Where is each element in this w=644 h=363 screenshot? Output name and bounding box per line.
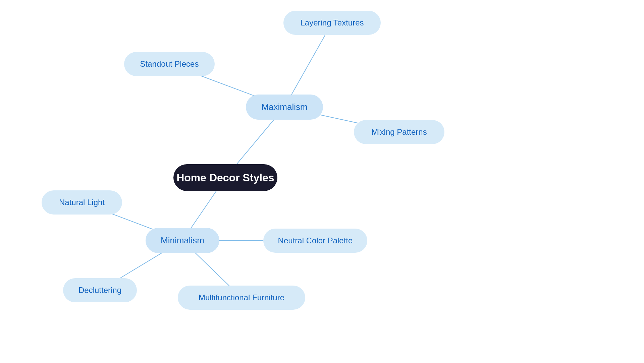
decluttering-label: Decluttering xyxy=(78,286,121,295)
natural-light-node[interactable]: Natural Light xyxy=(42,190,122,215)
standout-pieces-label: Standout Pieces xyxy=(140,59,199,69)
natural-light-label: Natural Light xyxy=(59,198,105,207)
central-node-label: Home Decor Styles xyxy=(176,172,274,184)
layering-textures-node[interactable]: Layering Textures xyxy=(283,11,381,35)
layering-textures-label: Layering Textures xyxy=(301,18,364,27)
maximalism-label: Maximalism xyxy=(261,102,307,112)
mixing-patterns-label: Mixing Patterns xyxy=(371,127,427,137)
central-node[interactable]: Home Decor Styles xyxy=(173,164,277,191)
standout-pieces-node[interactable]: Standout Pieces xyxy=(124,52,215,76)
neutral-color-palette-label: Neutral Color Palette xyxy=(278,236,353,245)
maximalism-node[interactable]: Maximalism xyxy=(246,95,323,120)
multifunctional-furniture-label: Multifunctional Furniture xyxy=(199,293,284,302)
mixing-patterns-node[interactable]: Mixing Patterns xyxy=(354,120,444,144)
minimalism-label: Minimalism xyxy=(161,235,204,246)
neutral-color-palette-node[interactable]: Neutral Color Palette xyxy=(263,229,367,253)
multifunctional-furniture-node[interactable]: Multifunctional Furniture xyxy=(178,286,305,310)
decluttering-node[interactable]: Decluttering xyxy=(63,278,137,302)
minimalism-node[interactable]: Minimalism xyxy=(146,228,219,253)
